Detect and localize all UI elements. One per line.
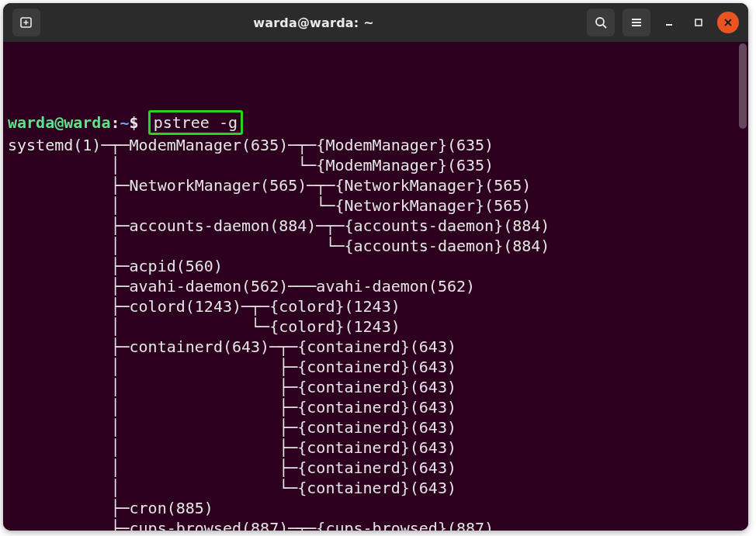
svg-rect-9 <box>695 19 702 26</box>
pstree-line: │ └─{NetworkManager}(565) <box>8 195 744 216</box>
pstree-line: ├─avahi-daemon(562)───avahi-daemon(562) <box>8 276 744 296</box>
pstree-output: systemd(1)─┬─ModemManager(635)─┬─{ModemM… <box>8 135 744 531</box>
terminal-window: warda@warda: ~ warda@ <box>3 3 748 531</box>
prompt-symbol: $ <box>130 113 139 132</box>
menu-button[interactable] <box>622 9 650 36</box>
pstree-line: │ ├─{containerd}(643) <box>8 417 744 437</box>
close-button[interactable] <box>717 12 739 33</box>
window-title: warda@warda: ~ <box>40 16 587 30</box>
prompt-line: warda@warda:~$ pstree -g <box>8 110 744 135</box>
pstree-line: │ ├─{containerd}(643) <box>8 458 744 478</box>
minimize-button[interactable] <box>658 12 680 33</box>
pstree-line: │ └─{ModemManager}(635) <box>8 155 744 175</box>
new-tab-button[interactable] <box>12 9 40 36</box>
hamburger-icon <box>629 16 643 29</box>
maximize-icon <box>693 17 704 28</box>
maximize-button[interactable] <box>688 12 709 33</box>
svg-line-4 <box>603 25 606 28</box>
pstree-line: ├─containerd(643)─┬─{containerd}(643) <box>8 337 744 357</box>
pstree-line: ├─cups-browsed(887)─┬─{cups-browsed}(887… <box>8 518 744 531</box>
search-button[interactable] <box>587 9 615 36</box>
pstree-line: │ └─{colord}(1243) <box>8 316 744 337</box>
search-icon <box>594 16 608 29</box>
new-tab-icon <box>19 16 33 29</box>
pstree-line: │ └─{accounts-daemon}(884) <box>8 236 744 256</box>
svg-point-3 <box>596 18 604 26</box>
pstree-line: ├─accounts-daemon(884)─┬─{accounts-daemo… <box>8 216 744 236</box>
pstree-line: │ ├─{containerd}(643) <box>8 377 744 397</box>
scrollbar-thumb[interactable] <box>739 43 747 129</box>
pstree-line: ├─colord(1243)─┬─{colord}(1243) <box>8 296 744 316</box>
command-highlight: pstree -g <box>148 110 243 135</box>
pstree-line: │ ├─{containerd}(643) <box>8 437 744 458</box>
pstree-line: │ ├─{containerd}(643) <box>8 397 744 417</box>
pstree-line: ├─acpid(560) <box>8 256 744 276</box>
prompt-path: ~ <box>120 113 130 132</box>
minimize-icon <box>664 17 675 28</box>
prompt-userhost: warda@warda <box>8 113 110 132</box>
pstree-line: systemd(1)─┬─ModemManager(635)─┬─{ModemM… <box>8 135 744 155</box>
terminal-body[interactable]: warda@warda:~$ pstree -gsystemd(1)─┬─Mod… <box>3 42 748 531</box>
pstree-line: │ └─{containerd}(643) <box>8 478 744 498</box>
close-icon <box>723 18 733 27</box>
pstree-line: ├─cron(885) <box>8 498 744 518</box>
titlebar: warda@warda: ~ <box>3 3 748 42</box>
prompt-sep: : <box>110 113 120 132</box>
pstree-line: │ ├─{containerd}(643) <box>8 357 744 377</box>
pstree-line: ├─NetworkManager(565)─┬─{NetworkManager}… <box>8 175 744 195</box>
